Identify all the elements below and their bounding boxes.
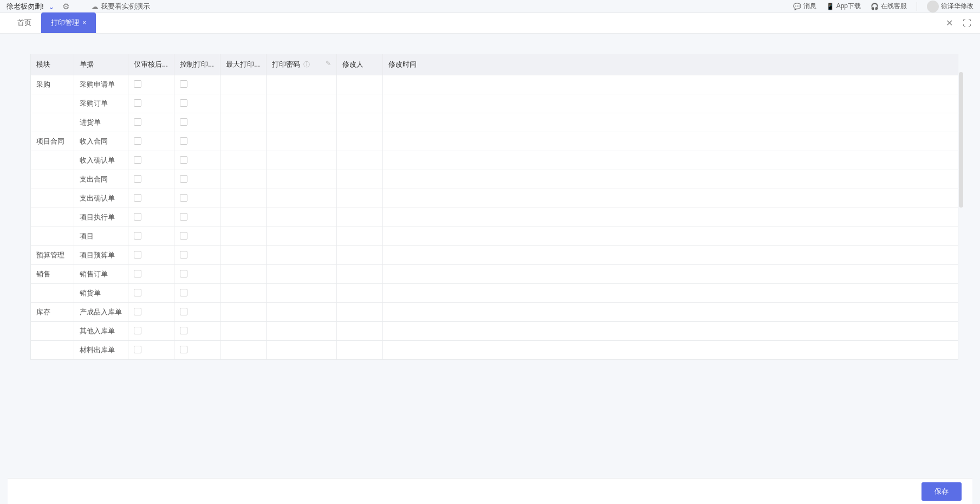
checkbox[interactable] — [134, 289, 141, 296]
checkbox[interactable] — [180, 99, 187, 107]
cell-modify-time — [383, 341, 958, 360]
cell-modifier — [337, 341, 383, 360]
checkbox[interactable] — [180, 346, 187, 353]
cell-modifier — [337, 208, 383, 227]
cell-max-print — [220, 246, 267, 265]
cell-modify-time — [383, 132, 958, 151]
cell-max-print — [220, 341, 267, 360]
cell-control-check — [174, 303, 220, 322]
cell-module: 项目合同 — [31, 132, 74, 151]
checkbox[interactable] — [180, 327, 187, 334]
checkbox[interactable] — [180, 289, 187, 296]
checkbox[interactable] — [180, 194, 187, 202]
fullscreen-icon[interactable]: ⛶ — [960, 16, 973, 30]
table-row: 项目执行单 — [31, 208, 958, 227]
cell-audit-check — [128, 132, 174, 151]
checkbox[interactable] — [134, 251, 141, 259]
chevron-down-icon[interactable]: ⌄ — [48, 2, 55, 11]
table-row: 材料出库单 — [31, 341, 958, 360]
cell-doc: 支出合同 — [74, 170, 128, 189]
checkbox[interactable] — [134, 213, 141, 221]
cell-module — [31, 151, 74, 170]
checkbox[interactable] — [180, 156, 187, 164]
cell-max-print — [220, 113, 267, 132]
cell-doc: 进货单 — [74, 113, 128, 132]
table-row: 进货单 — [31, 113, 958, 132]
demo-link-label: 我要看实例演示 — [101, 2, 150, 11]
cell-modify-time — [383, 113, 958, 132]
checkbox[interactable] — [134, 194, 141, 202]
th-max-print: 最大打印... — [220, 54, 267, 75]
demo-link[interactable]: ☁ 我要看实例演示 — [91, 2, 150, 11]
username-label: 徐泽华修改 — [941, 2, 973, 11]
cell-modifier — [337, 94, 383, 113]
checkbox[interactable] — [134, 99, 141, 107]
table-wrap: 模块 单据 仅审核后... 控制打印... 最大打印... 打印密码 ⓘ ✎ 修… — [30, 54, 958, 471]
cell-audit-check — [128, 303, 174, 322]
checkbox[interactable] — [134, 175, 141, 183]
table-row: 收入确认单 — [31, 151, 958, 170]
online-service-label: 在线客服 — [881, 2, 907, 11]
checkbox[interactable] — [134, 327, 141, 334]
checkbox[interactable] — [180, 232, 187, 240]
cell-doc: 其他入库单 — [74, 322, 128, 341]
checkbox[interactable] — [134, 270, 141, 277]
message-link[interactable]: 💬 消息 — [793, 2, 816, 11]
checkbox[interactable] — [180, 270, 187, 277]
checkbox[interactable] — [180, 251, 187, 259]
cell-audit-check — [128, 113, 174, 132]
close-icon[interactable]: × — [82, 19, 86, 27]
cell-modifier — [337, 132, 383, 151]
cell-doc: 产成品入库单 — [74, 303, 128, 322]
checkbox[interactable] — [180, 118, 187, 126]
cell-control-check — [174, 284, 220, 303]
checkbox[interactable] — [180, 80, 187, 88]
checkbox[interactable] — [134, 137, 141, 145]
vertical-scrollbar[interactable] — [959, 72, 963, 208]
th-module: 模块 — [31, 54, 74, 75]
cell-print-pwd — [267, 132, 337, 151]
cell-module: 销售 — [31, 265, 74, 284]
table-row: 预算管理项目预算单 — [31, 246, 958, 265]
help-icon[interactable]: ⓘ — [303, 61, 310, 68]
top-left: 徐老板勿删! ⌄ ⚙ — [7, 2, 69, 11]
edit-icon[interactable]: ✎ — [326, 60, 331, 67]
cell-control-check — [174, 341, 220, 360]
cell-audit-check — [128, 94, 174, 113]
user-menu[interactable]: 徐泽华修改 — [927, 1, 973, 12]
cell-print-pwd — [267, 284, 337, 303]
cell-max-print — [220, 322, 267, 341]
cell-audit-check — [128, 284, 174, 303]
cell-max-print — [220, 303, 267, 322]
cell-doc: 销货单 — [74, 284, 128, 303]
footer: 保存 — [8, 478, 972, 504]
tab-home[interactable]: 首页 — [8, 12, 41, 33]
app-download-link[interactable]: 📱 App下载 — [826, 2, 861, 11]
divider — [917, 2, 917, 11]
cell-audit-check — [128, 151, 174, 170]
cell-module — [31, 322, 74, 341]
checkbox[interactable] — [134, 232, 141, 240]
checkbox[interactable] — [134, 118, 141, 126]
cell-doc: 收入确认单 — [74, 151, 128, 170]
save-button[interactable]: 保存 — [921, 482, 962, 501]
checkbox[interactable] — [134, 346, 141, 353]
table-row: 其他入库单 — [31, 322, 958, 341]
checkbox[interactable] — [180, 175, 187, 183]
checkbox[interactable] — [180, 308, 187, 315]
checkbox[interactable] — [134, 156, 141, 164]
cell-modifier — [337, 170, 383, 189]
message-icon: 💬 — [793, 3, 801, 10]
checkbox[interactable] — [134, 80, 141, 88]
checkbox[interactable] — [180, 137, 187, 145]
table-row: 项目 — [31, 227, 958, 246]
close-all-icon[interactable]: ✕ — [944, 16, 955, 30]
online-service-link[interactable]: 🎧 在线客服 — [871, 2, 907, 11]
gear-icon[interactable]: ⚙ — [62, 2, 69, 11]
cell-modifier — [337, 113, 383, 132]
th-audit-only: 仅审核后... — [128, 54, 174, 75]
cell-module — [31, 189, 74, 208]
checkbox[interactable] — [180, 213, 187, 221]
tab-print-mgmt[interactable]: 打印管理 × — [41, 12, 96, 33]
checkbox[interactable] — [134, 308, 141, 315]
